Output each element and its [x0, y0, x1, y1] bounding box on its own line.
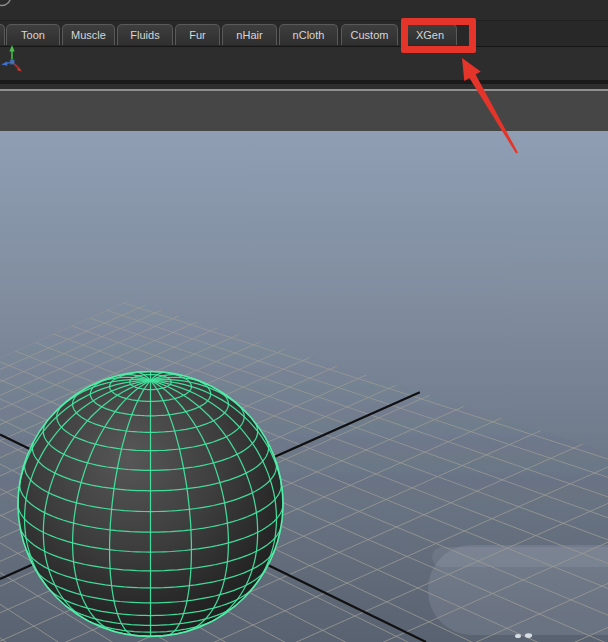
shelf-tab-bar: Toon Muscle Fluids Fur nHair nCloth Cust…: [0, 20, 608, 47]
watermark-blob: [428, 545, 608, 635]
shelf-tab-partial[interactable]: [0, 24, 5, 45]
shelf-tab-fluids[interactable]: Fluids: [117, 24, 173, 45]
shelf-tab-muscle[interactable]: Muscle: [62, 24, 115, 45]
blue-left-arrow: [1, 62, 7, 66]
maya-window: { "shelf": { "tabs": [ {"label": "Toon"}…: [0, 0, 608, 642]
scene-canvas: [0, 131, 608, 642]
shelf-content-row: [0, 46, 608, 80]
status-line-strip: [0, 0, 608, 20]
shelf-tab-ncloth[interactable]: nCloth: [279, 24, 338, 45]
panel-top-band: [0, 91, 608, 131]
green-up-arrow: [9, 45, 14, 52]
shelf-tab-toon[interactable]: Toon: [6, 24, 60, 45]
shelf-tab-custom[interactable]: Custom: [341, 24, 398, 45]
shelf-tab-fur[interactable]: Fur: [175, 24, 220, 45]
partial-circle-icon: [0, 0, 20, 12]
shelf-tab-xgen[interactable]: XGen: [403, 24, 457, 45]
move-tool-axis-icon[interactable]: [0, 44, 26, 78]
center-handle: [10, 60, 14, 64]
shelf-tab-nhair[interactable]: nHair: [222, 24, 277, 45]
viewport-3d[interactable]: [0, 131, 608, 642]
poly-sphere[interactable]: [18, 372, 283, 637]
